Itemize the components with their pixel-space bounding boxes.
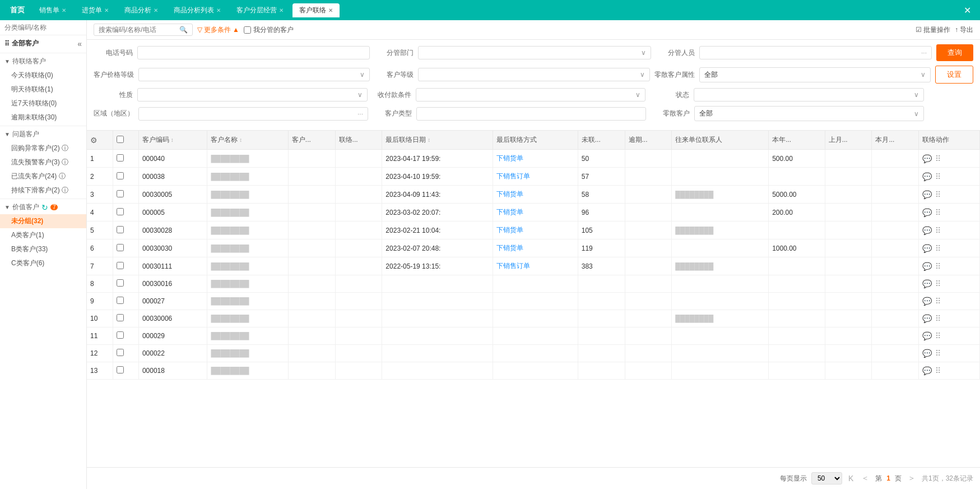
group-problem[interactable]: ▼ 问题客户 bbox=[0, 127, 86, 141]
more-action-icon[interactable]: ⠿ bbox=[935, 279, 941, 288]
close-tab-customer-contact[interactable]: ✕ bbox=[328, 7, 333, 13]
row-checkbox[interactable] bbox=[117, 172, 124, 179]
more-action-icon[interactable]: ⠿ bbox=[935, 208, 941, 217]
row-checkbox[interactable] bbox=[117, 208, 124, 215]
more-action-icon[interactable]: ⠿ bbox=[935, 190, 941, 199]
query-button[interactable]: 查询 bbox=[936, 44, 973, 61]
sidebar-item-a-class[interactable]: A类客户(1) bbox=[0, 228, 86, 242]
close-tab-sales[interactable]: ✕ bbox=[62, 7, 66, 13]
cell-last-method[interactable]: 下销货单 bbox=[493, 204, 578, 222]
message-icon[interactable]: 💬 bbox=[922, 244, 932, 253]
row-checkbox[interactable] bbox=[117, 349, 124, 356]
more-action-icon[interactable]: ⠿ bbox=[935, 262, 941, 271]
cell-last-method[interactable]: 下销货单 bbox=[493, 186, 578, 204]
col-settings[interactable]: ⚙ bbox=[87, 131, 113, 150]
category-search-input[interactable] bbox=[4, 24, 87, 31]
sidebar-item-ungroup[interactable]: 未分组(32) bbox=[0, 214, 86, 228]
home-tab[interactable]: 首页 bbox=[4, 3, 30, 17]
region-input[interactable] bbox=[143, 110, 355, 118]
row-checkbox[interactable] bbox=[117, 190, 124, 197]
customer-type-field[interactable] bbox=[416, 107, 646, 121]
my-customers-checkbox[interactable]: 我分管的客户 bbox=[244, 25, 294, 35]
tab-product-list[interactable]: 商品分析列表 ✕ bbox=[167, 3, 227, 17]
phone-field[interactable] bbox=[137, 46, 370, 59]
retail-attr-select[interactable]: 全部 ∨ bbox=[699, 67, 931, 82]
all-customers-header[interactable]: ⠿ 全部客户 « bbox=[0, 35, 86, 52]
sidebar-item-lost[interactable]: 已流失客户(24) ⓘ bbox=[0, 169, 86, 183]
more-action-icon[interactable]: ⠿ bbox=[935, 226, 941, 235]
message-icon[interactable]: 💬 bbox=[922, 349, 932, 358]
sidebar-item-overdue[interactable]: 逾期未联络(30) bbox=[0, 110, 86, 124]
message-icon[interactable]: 💬 bbox=[922, 366, 932, 375]
group-value[interactable]: ▼ 价值客户 ↻ 7 bbox=[0, 200, 86, 214]
refresh-icon[interactable]: ↻ bbox=[41, 203, 48, 212]
customer-level-select[interactable]: ∨ bbox=[418, 68, 649, 81]
cell-last-method[interactable] bbox=[493, 275, 578, 293]
row-checkbox[interactable] bbox=[117, 366, 124, 373]
last-method-link[interactable]: 下销货单 bbox=[496, 154, 523, 162]
cell-checkbox[interactable] bbox=[113, 293, 138, 310]
manager-input[interactable] bbox=[704, 49, 919, 57]
more-action-icon[interactable]: ⠿ bbox=[935, 314, 941, 323]
cell-checkbox[interactable] bbox=[113, 310, 138, 327]
tab-sales[interactable]: 销售单 ✕ bbox=[32, 3, 73, 17]
cell-last-method[interactable]: 下销售订单 bbox=[493, 168, 578, 186]
close-tab-purchase[interactable]: ✕ bbox=[104, 7, 109, 13]
message-icon[interactable]: 💬 bbox=[922, 154, 932, 163]
more-conditions-btn[interactable]: ▽ 更多条件 ▲ bbox=[197, 25, 239, 35]
next-page-btn[interactable]: ＞ bbox=[906, 473, 917, 483]
row-checkbox[interactable] bbox=[117, 154, 124, 162]
cell-checkbox[interactable] bbox=[113, 186, 138, 204]
close-window-icon[interactable]: ✕ bbox=[959, 5, 976, 16]
row-checkbox[interactable] bbox=[117, 331, 124, 339]
batch-op-btn[interactable]: ☑ 批量操作 bbox=[916, 25, 950, 35]
prev-page-btn[interactable]: ＜ bbox=[860, 473, 871, 483]
message-icon[interactable]: 💬 bbox=[922, 314, 932, 323]
sidebar-item-b-class[interactable]: B类客户(33) bbox=[0, 242, 86, 256]
cell-checkbox[interactable] bbox=[113, 222, 138, 239]
more-icon-region[interactable]: ··· bbox=[357, 110, 363, 118]
sidebar-item-abnormal[interactable]: 回购异常客户(2) ⓘ bbox=[0, 141, 86, 155]
more-action-icon[interactable]: ⠿ bbox=[935, 297, 941, 306]
last-method-link[interactable]: 下销售订单 bbox=[496, 172, 530, 180]
sidebar-search[interactable]: 🔍 bbox=[0, 20, 86, 35]
cell-checkbox[interactable] bbox=[113, 275, 138, 293]
select-all-checkbox[interactable] bbox=[117, 136, 124, 143]
close-tab-customer-layer[interactable]: ✕ bbox=[279, 7, 284, 13]
cell-last-method[interactable] bbox=[493, 293, 578, 310]
cell-checkbox[interactable] bbox=[113, 362, 138, 380]
row-checkbox[interactable] bbox=[117, 226, 124, 233]
cell-last-method[interactable]: 下销货单 bbox=[493, 239, 578, 257]
col-name[interactable]: 客户名称 bbox=[207, 131, 288, 150]
tab-product-analysis[interactable]: 商品分析 ✕ bbox=[118, 3, 165, 17]
more-action-icon[interactable]: ⠿ bbox=[935, 349, 941, 358]
status-select[interactable]: ∨ bbox=[694, 88, 924, 102]
message-icon[interactable]: 💬 bbox=[922, 226, 932, 235]
collapse-icon[interactable]: « bbox=[77, 39, 82, 48]
customer-type-input[interactable] bbox=[421, 110, 641, 118]
cell-checkbox[interactable] bbox=[113, 168, 138, 186]
more-action-icon[interactable]: ⠿ bbox=[935, 331, 941, 340]
message-icon[interactable]: 💬 bbox=[922, 297, 932, 306]
export-btn[interactable]: ↑ 导出 bbox=[955, 25, 973, 35]
row-checkbox[interactable] bbox=[117, 297, 124, 304]
message-icon[interactable]: 💬 bbox=[922, 279, 932, 288]
cell-last-method[interactable] bbox=[493, 362, 578, 380]
sidebar-item-tomorrow[interactable]: 明天待联络(1) bbox=[0, 82, 86, 96]
close-tab-product-list[interactable]: ✕ bbox=[216, 7, 221, 13]
cell-last-method[interactable]: 下销货单 bbox=[493, 150, 578, 168]
retail-select[interactable]: 全部 ∨ bbox=[694, 106, 924, 121]
message-icon[interactable]: 💬 bbox=[922, 331, 932, 340]
more-action-icon[interactable]: ⠿ bbox=[935, 172, 941, 181]
last-method-link[interactable]: 下销货单 bbox=[496, 244, 523, 252]
last-method-link[interactable]: 下销货单 bbox=[496, 208, 523, 216]
cell-last-method[interactable] bbox=[493, 310, 578, 327]
sidebar-item-c-class[interactable]: C类客户(6) bbox=[0, 256, 86, 270]
region-field[interactable]: ··· bbox=[138, 107, 368, 121]
cell-checkbox[interactable] bbox=[113, 327, 138, 345]
cell-last-method[interactable]: 下销售订单 bbox=[493, 257, 578, 275]
cell-checkbox[interactable] bbox=[113, 239, 138, 257]
dept-select[interactable]: ∨ bbox=[418, 46, 651, 59]
price-level-select[interactable]: ∨ bbox=[138, 68, 370, 81]
message-icon[interactable]: 💬 bbox=[922, 172, 932, 181]
